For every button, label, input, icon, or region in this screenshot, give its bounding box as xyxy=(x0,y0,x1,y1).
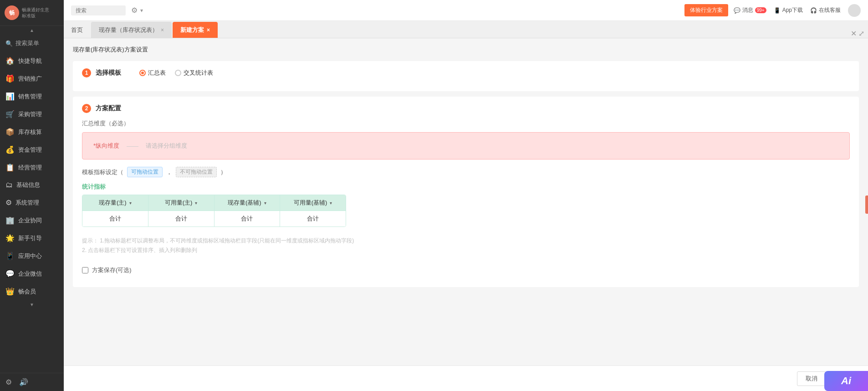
stats-col-inventory-main[interactable]: 现存量(主) ▾ xyxy=(82,195,148,211)
col-inventory-main-label: 现存量(主) xyxy=(99,199,127,207)
step2-header: 2 方案配置 xyxy=(82,104,850,113)
tips-area: 提示： 1.拖动标题栏可以调整布局，不可跨维度或指标区域拖动栏目字段(只能在同一… xyxy=(82,232,850,261)
search-input[interactable] xyxy=(71,5,126,15)
sidebar-scroll-up[interactable]: ▲ xyxy=(0,26,64,35)
col-chevron-0[interactable]: ▾ xyxy=(129,201,132,206)
sidebar-item-marketing[interactable]: 🎁 营销推广 xyxy=(0,70,64,87)
sidebar-item-label: 资金管理 xyxy=(18,146,42,154)
sidebar-item-sales[interactable]: 📊 销售管理 xyxy=(0,87,64,105)
chart-icon: 📊 xyxy=(5,92,15,101)
save-row: 方案保存(可选) xyxy=(82,261,850,280)
sidebar-item-member[interactable]: 👑 畅会员 xyxy=(0,283,64,300)
sidebar-item-quick-nav[interactable]: 🏠 快捷导航 xyxy=(0,52,64,70)
sidebar-item-app-center[interactable]: 📱 应用中心 xyxy=(0,247,64,265)
step2-section: 2 方案配置 汇总维度（必选） *纵向维度 —— 请选择分组维度 模板指标设定（… xyxy=(73,97,859,287)
gear-icon: ⚙ xyxy=(5,198,12,207)
tab-expand[interactable]: ⤢ xyxy=(858,29,864,38)
sidebar-item-operations[interactable]: 📋 经营管理 xyxy=(0,159,64,176)
app-download-item[interactable]: 📱 App下载 xyxy=(774,6,803,14)
col-chevron-1[interactable]: ▾ xyxy=(195,201,197,206)
indicator-settings-row: 模板指标设定（ 可拖动位置 ， 不可拖动位置 ） xyxy=(82,167,850,177)
sidebar-item-purchase[interactable]: 🛒 采购管理 xyxy=(0,105,64,123)
tab-close-all[interactable]: ✕ xyxy=(851,29,857,38)
sidebar-item-label: 基础信息 xyxy=(16,181,40,189)
message-item[interactable]: 💬 消息 99+ xyxy=(734,6,766,14)
money-icon: 💰 xyxy=(5,145,15,154)
main-area: ⚙ ▾ 体验行业方案 💬 消息 99+ 📱 App下载 🎧 在线客服 首页 xyxy=(64,0,868,391)
sidebar-item-wechat[interactable]: 💬 企业微信 xyxy=(0,265,64,283)
tab-inventory-status[interactable]: 现存量（库存状况表） × xyxy=(91,22,172,38)
gift-icon: 🎁 xyxy=(5,74,15,83)
home-icon: 🏠 xyxy=(5,57,15,65)
sidebar-scroll-down[interactable]: ▼ xyxy=(0,300,64,309)
stats-cell-3: 合计 xyxy=(280,211,346,226)
step1-header: 1 选择模板 汇总表 交叉统计表 xyxy=(82,68,850,77)
tab-inventory-close[interactable]: × xyxy=(161,27,164,33)
volume-icon[interactable]: 🔊 xyxy=(19,378,28,386)
col-chevron-2[interactable]: ▾ xyxy=(264,201,266,206)
topbar-search-area: ⚙ ▾ xyxy=(71,5,679,15)
indicator-separator: ， xyxy=(166,168,172,176)
vertical-dimension-label: *纵向维度 xyxy=(93,142,119,150)
tab-new-plan-close[interactable]: × xyxy=(207,27,210,33)
dimension-area[interactable]: *纵向维度 —— 请选择分组维度 xyxy=(82,132,850,159)
sidebar-item-inventory[interactable]: 📦 库存核算 xyxy=(0,123,64,141)
col-available-main-label: 可用量(主) xyxy=(165,199,193,207)
sidebar: 畅 畅康通好生意 标准版 ▲ 🔍 搜索菜单 🏠 快捷导航 🎁 营销推广 📊 销售… xyxy=(0,0,64,391)
stats-cell-0: 合计 xyxy=(82,211,148,226)
tab-new-plan-label: 新建方案 xyxy=(180,26,204,34)
sidebar-item-label: 销售管理 xyxy=(18,93,42,101)
sidebar-item-label: 系统管理 xyxy=(15,199,39,207)
topbar: ⚙ ▾ 体验行业方案 💬 消息 99+ 📱 App下载 🎧 在线客服 xyxy=(64,0,868,21)
col-available-aux-label: 可用量(基辅) xyxy=(294,199,327,207)
radio-cross-label: 交叉统计表 xyxy=(184,69,213,77)
radio-summary-label: 汇总表 xyxy=(148,69,166,77)
sidebar-item-new-guide[interactable]: 🌟 新手引导 xyxy=(0,229,64,247)
tab-new-plan[interactable]: 新建方案 × xyxy=(173,22,218,38)
tip-2: 2. 点击标题栏下拉可设置排序、插入列和删除列 xyxy=(82,247,850,254)
tabs-bar: 首页 现存量（库存状况表） × 新建方案 × ✕ ⤢ xyxy=(64,21,868,38)
headphone-icon: 🎧 xyxy=(810,7,817,14)
topbar-settings-icon[interactable]: ⚙ xyxy=(131,6,138,15)
settings-icon[interactable]: ⚙ xyxy=(5,378,12,386)
tab-home[interactable]: 首页 xyxy=(64,22,90,38)
indicator-suffix: ） xyxy=(220,168,226,176)
tab-home-label: 首页 xyxy=(71,26,83,34)
ai-label: Ai xyxy=(841,375,851,387)
stats-table-header: 现存量(主) ▾ 可用量(主) ▾ 现存量(基辅) ▾ 可用量(基辅) xyxy=(82,195,346,211)
dropdown-icon[interactable]: ▾ xyxy=(140,7,143,14)
folder-icon: 🗂 xyxy=(5,181,13,189)
user-avatar[interactable] xyxy=(848,4,861,17)
save-label: 方案保存(可选) xyxy=(92,266,132,274)
step1-title: 选择模板 xyxy=(96,69,121,77)
radio-cross[interactable]: 交叉统计表 xyxy=(175,69,213,77)
stats-col-inventory-aux[interactable]: 现存量(基辅) ▾ xyxy=(214,195,281,211)
online-service-item[interactable]: 🎧 在线客服 xyxy=(810,6,841,14)
sidebar-item-finance[interactable]: 💰 资金管理 xyxy=(0,141,64,159)
stats-col-available-main[interactable]: 可用量(主) ▾ xyxy=(148,195,214,211)
dimension-placeholder: 请选择分组维度 xyxy=(146,142,187,150)
search-icon: 🔍 xyxy=(5,40,13,47)
resize-handle[interactable] xyxy=(865,196,868,214)
sidebar-search[interactable]: 🔍 搜索菜单 xyxy=(0,35,64,52)
radio-summary[interactable]: 汇总表 xyxy=(139,69,166,77)
footer: 取消 查询 xyxy=(64,365,868,391)
col-chevron-3[interactable]: ▾ xyxy=(330,201,332,206)
stats-col-available-aux[interactable]: 可用量(基辅) ▾ xyxy=(280,195,346,211)
industry-solution-button[interactable]: 体验行业方案 xyxy=(684,4,728,16)
phone-icon: 📱 xyxy=(5,252,15,260)
online-service-label: 在线客服 xyxy=(819,6,841,14)
stats-cell-2: 合计 xyxy=(214,211,281,226)
stats-section: 统计指标 现存量(主) ▾ 可用量(主) ▾ 现存量(基辅) xyxy=(82,183,850,227)
step1-badge: 1 xyxy=(82,68,91,77)
ai-float-button[interactable]: Ai xyxy=(824,371,868,391)
message-badge: 99+ xyxy=(755,7,766,13)
col-inventory-aux-label: 现存量(基辅) xyxy=(228,199,261,207)
sidebar-item-basic-info[interactable]: 🗂 基础信息 xyxy=(0,176,64,194)
sidebar-item-system[interactable]: ⚙ 系统管理 xyxy=(0,194,64,211)
sidebar-logo: 畅 畅康通好生意 标准版 xyxy=(0,0,64,26)
sidebar-item-enterprise[interactable]: 🏢 企业协同 xyxy=(0,211,64,229)
step2-title: 方案配置 xyxy=(96,104,121,113)
save-checkbox[interactable] xyxy=(82,267,88,273)
cancel-button[interactable]: 取消 xyxy=(797,371,826,386)
